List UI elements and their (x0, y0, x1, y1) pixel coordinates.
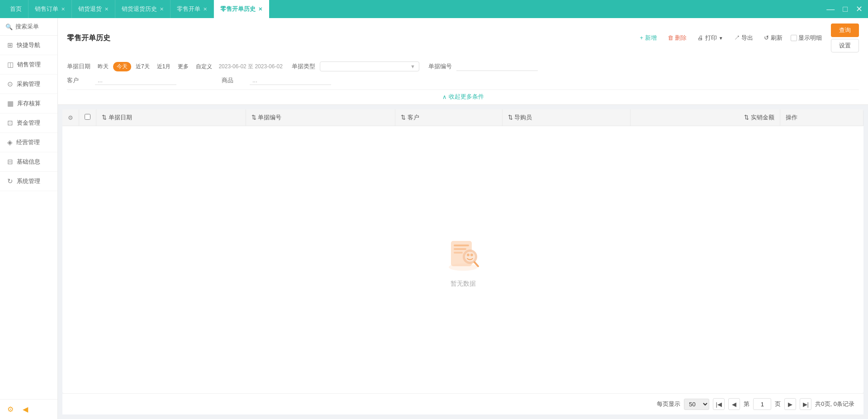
refresh-button-label: ↺ 刷新 (764, 34, 783, 42)
number-filter-input[interactable] (456, 62, 538, 71)
col-number: ⇅ 单据编号 (246, 109, 395, 126)
tab-close-icon[interactable]: ✕ (104, 6, 109, 12)
col-actions: 操作 (780, 109, 863, 126)
export-button-label: ↗ 导出 (734, 34, 754, 42)
sidebar-item-inventory[interactable]: ▦ 库存核算 (0, 94, 57, 113)
date-7days[interactable]: 近7天 (133, 62, 152, 71)
sidebar-bottom: ⚙ ◀ (0, 399, 57, 419)
col-date-text: 单据日期 (109, 114, 132, 121)
customer-filter-input[interactable] (95, 76, 176, 85)
maximize-icon[interactable]: □ (841, 5, 849, 14)
col-guide-text: 导购员 (514, 114, 532, 121)
tab-home[interactable]: 首页 (4, 0, 28, 18)
sidebar: 🔍 搜索采单 ⊞ 快捷导航 ◫ 销售管理 ⊙ 采购管理 ▦ 库存核算 ⊡ 资金管… (0, 18, 58, 419)
tab-label: 销货退货 (78, 5, 102, 13)
sidebar-search-label: 搜索采单 (15, 23, 39, 31)
product-filter-label: 商品 (222, 76, 247, 85)
svg-rect-3 (454, 248, 466, 250)
tab-close-icon[interactable]: ✕ (160, 6, 164, 12)
type-filter: 单据类型 ▼ (292, 61, 419, 71)
date-today[interactable]: 今天 (113, 62, 131, 71)
minimize-icon[interactable]: — (825, 5, 836, 14)
date-yesterday[interactable]: 昨天 (95, 62, 111, 71)
date-filter: 单据日期 昨天 今天 近7天 近1月 更多 自定义 2023-06-02 至 2… (67, 62, 283, 71)
display-detail-label: 显示明细 (798, 34, 822, 42)
tab-retail-order[interactable]: 零售开单 ✕ (171, 0, 214, 18)
sidebar-item-finance[interactable]: ⊡ 资金管理 (0, 113, 57, 133)
tab-close-icon[interactable]: ✕ (203, 6, 207, 12)
product-filter-input[interactable] (250, 76, 331, 85)
sidebar-item-basic-info[interactable]: ⊟ 基础信息 (0, 152, 57, 172)
close-icon[interactable]: ✕ (854, 4, 864, 14)
sidebar-item-sales[interactable]: ◫ 销售管理 (0, 55, 57, 75)
pagination: 每页显示 50 100 200 |◀ ◀ 第 页 ▶ ▶| 共0页, 0条记录 (62, 393, 863, 414)
date-more[interactable]: 更多 (175, 62, 191, 71)
tab-sales-return[interactable]: 销货退货 ✕ (72, 0, 115, 18)
first-page-button[interactable]: |◀ (713, 398, 725, 410)
print-button-label: 🖨 打印 (697, 34, 717, 42)
date-1month[interactable]: 近1月 (154, 62, 174, 71)
basic-info-icon: ⊟ (7, 158, 13, 166)
date-filter-label: 单据日期 (67, 62, 92, 71)
sales-icon: ◫ (7, 61, 14, 69)
col-date: ⇅ 单据日期 (96, 109, 246, 126)
sidebar-item-label: 资金管理 (17, 119, 40, 127)
svg-point-8 (467, 254, 470, 256)
delete-button-label: 🗑 删除 (668, 34, 687, 42)
next-page-button[interactable]: ▶ (784, 398, 796, 410)
sidebar-item-label: 经营管理 (16, 138, 40, 146)
empty-illustration (443, 232, 484, 273)
sidebar-item-label: 库存核算 (17, 99, 41, 108)
settings-button[interactable]: 设置 (831, 39, 859, 52)
tab-sales-return-history[interactable]: 销货退货历史 ✕ (115, 0, 171, 18)
tab-retail-order-history[interactable]: 零售开单历史 ✕ (214, 0, 269, 18)
per-page-select[interactable]: 50 100 200 (684, 399, 709, 410)
search-icon: 🔍 (5, 24, 13, 30)
chevron-up-icon: ∧ (442, 94, 447, 100)
sidebar-item-navigation[interactable]: ⊞ 快捷导航 (0, 36, 57, 55)
sidebar-search[interactable]: 🔍 搜索采单 (0, 18, 57, 36)
type-select[interactable]: ▼ (320, 61, 419, 71)
toolbar: + 新增 🗑 删除 🖨 打印 ▼ ↗ 导出 ↺ 刷新 (637, 24, 859, 52)
page-title-row: 零售开单历史 + 新增 🗑 删除 🖨 打印 ▼ ↗ 导出 (67, 24, 859, 52)
new-button[interactable]: + 新增 (637, 32, 659, 44)
sidebar-item-purchase[interactable]: ⊙ 采购管理 (0, 75, 57, 94)
tab-label: 首页 (10, 5, 22, 13)
empty-state: 暂无数据 (62, 126, 863, 393)
export-button[interactable]: ↗ 导出 (731, 32, 756, 44)
sidebar-item-system[interactable]: ↻ 系统管理 (0, 172, 57, 191)
collapse-sidebar-icon[interactable]: ◀ (23, 405, 28, 414)
prev-page-button[interactable]: ◀ (728, 398, 740, 410)
tab-close-icon[interactable]: ✕ (258, 6, 262, 12)
sidebar-item-operations[interactable]: ◈ 经营管理 (0, 133, 57, 152)
col-amount-sort: ⇅ (744, 114, 751, 121)
page-number-input[interactable] (753, 398, 771, 410)
select-all-checkbox[interactable] (85, 114, 90, 120)
col-customer-text: 客户 (408, 114, 419, 121)
tab-sales-order[interactable]: 销售订单 ✕ (28, 0, 72, 18)
tab-bar: 首页 销售订单 ✕ 销货退货 ✕ 销货退货历史 ✕ 零售开单 ✕ 零售开单历史 … (0, 0, 868, 18)
svg-point-6 (465, 252, 475, 262)
sidebar-item-label: 系统管理 (17, 177, 40, 185)
number-filter: 单据编号 (428, 62, 538, 71)
home-icon: ⊞ (7, 41, 13, 49)
customer-filter: 客户 (67, 76, 176, 85)
query-button[interactable]: 查询 (831, 24, 859, 37)
more-filters-toggle[interactable]: ∧ 收起更多条件 (67, 89, 859, 104)
data-table: ⚙ ⇅ 单据日期 ⇅ 单据编号 (62, 109, 863, 126)
main-layout: 🔍 搜索采单 ⊞ 快捷导航 ◫ 销售管理 ⊙ 采购管理 ▦ 库存核算 ⊡ 资金管… (0, 18, 868, 419)
display-detail-toggle[interactable]: 显示明细 (791, 34, 822, 42)
tab-close-icon[interactable]: ✕ (61, 6, 65, 12)
col-customer: ⇅ 客户 (395, 109, 503, 126)
date-custom[interactable]: 自定义 (193, 62, 215, 71)
gear-settings-icon[interactable]: ⚙ (68, 114, 73, 121)
display-detail-checkbox[interactable] (791, 35, 797, 41)
empty-text: 暂无数据 (451, 280, 476, 288)
delete-button[interactable]: 🗑 删除 (665, 32, 690, 44)
sidebar-item-label: 采购管理 (17, 80, 40, 88)
svg-point-9 (470, 254, 473, 256)
settings-bottom-icon[interactable]: ⚙ (7, 405, 14, 414)
print-button[interactable]: 🖨 打印 ▼ (695, 32, 726, 44)
refresh-button[interactable]: ↺ 刷新 (761, 32, 785, 44)
last-page-button[interactable]: ▶| (800, 398, 811, 410)
